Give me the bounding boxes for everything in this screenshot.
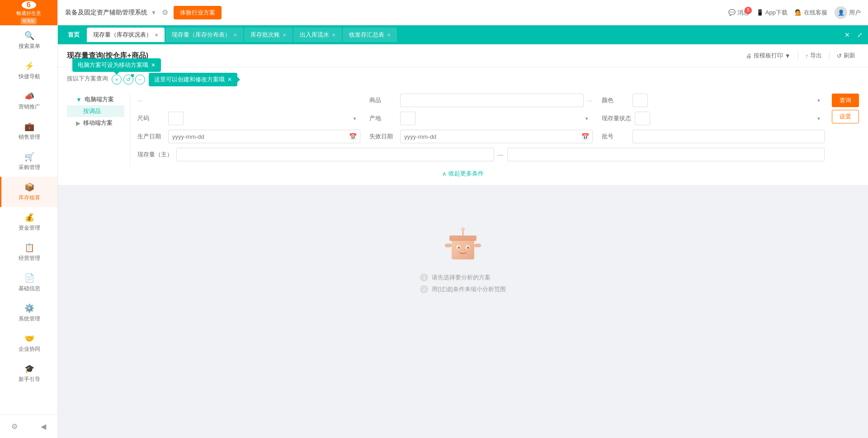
sidebar-item-search[interactable]: 🔍 搜索菜单 [0, 25, 57, 56]
support-label: 在线客服 [804, 9, 827, 17]
sidebar-footer: ⚙ ◀ [0, 414, 57, 438]
reset-button[interactable]: 设置 [832, 110, 859, 123]
desktop-scheme-label: 电脑端方案 [85, 95, 114, 104]
user-btn[interactable]: 👤 用户 [835, 6, 861, 19]
tab-inventory-status-label: 现存量（库存状况表） [93, 31, 152, 39]
size-select-wrap [168, 112, 360, 125]
logo-badge: 标准版 [21, 18, 37, 24]
batch-no-input[interactable] [632, 130, 825, 143]
message-btn[interactable]: 💬 8 消息 [728, 9, 749, 17]
sidebar-item-enterprise[interactable]: 🤝 企业协同 [0, 328, 57, 358]
app-download-btn[interactable]: 📱 App下载 [756, 9, 788, 17]
desktop-scheme-item-1[interactable]: 按调品 [67, 105, 124, 117]
tab-collect-close[interactable]: ✕ [387, 33, 391, 38]
sidebar-logo: 6 畅通好生意 标准版 [0, 0, 57, 25]
refresh-dot [131, 74, 134, 77]
tooltip-edit: 这里可以创建和修改方案哦 ✕ [149, 73, 237, 86]
tab-expand-icon[interactable]: ⤢ [855, 30, 864, 39]
tab-home[interactable]: 首页 [61, 28, 86, 42]
stock-main-to[interactable] [507, 148, 825, 161]
empty-steps: 1 请先选择要分析的方案 2 用[过滤]条件来缩小分析范围 [420, 272, 505, 295]
tooltip-edit-close[interactable]: ✕ [227, 76, 232, 83]
tab-close-all-icon[interactable]: ✕ [843, 30, 852, 39]
guide-icon: 🎓 [24, 364, 34, 374]
tab-inventory-dist-close[interactable]: ✕ [233, 33, 237, 38]
goods-input[interactable] [400, 94, 584, 107]
svg-rect-8 [445, 244, 452, 247]
tooltip-desktop-close[interactable]: ✕ [151, 62, 156, 68]
print-template-btn[interactable]: 🖨 按模板打印 ▼ [742, 50, 794, 61]
sidebar-item-marketing[interactable]: 📣 营销推广 [0, 86, 57, 116]
sidebar-item-sales[interactable]: 💼 销售管理 [0, 116, 57, 146]
message-badge: 8 [745, 7, 752, 14]
sidebar-item-operations[interactable]: 📋 经营管理 [0, 237, 57, 268]
back-scheme-container: ← 这里可以创建和修改方案哦 ✕ [135, 75, 145, 85]
stock-main-from[interactable] [176, 148, 494, 161]
more-dots-icon-2[interactable]: ··· [587, 97, 593, 104]
header-right: 💬 8 消息 📱 App下载 💁 在线客服 👤 用户 [728, 6, 861, 19]
stock-status-select-wrap [635, 112, 825, 125]
filter-row-1: ··· 商品 ··· 颜色 [137, 94, 825, 107]
refresh-scheme-btn[interactable]: ↺ [123, 75, 133, 85]
export-btn[interactable]: ↑ 导出 [802, 50, 826, 61]
collapse-sidebar-icon[interactable]: ◀ [39, 420, 48, 433]
size-select[interactable] [168, 112, 184, 125]
tab-in-out[interactable]: 出入库流水 ✕ [293, 28, 342, 42]
sidebar-item-finance[interactable]: 💰 资金管理 [0, 207, 57, 237]
trial-button[interactable]: 体验行业方案 [174, 6, 222, 19]
empty-illustration [440, 221, 486, 266]
tab-collect[interactable]: 收发存汇总表 ✕ [343, 28, 397, 42]
svg-point-4 [458, 247, 460, 249]
search-icon: 🔍 [24, 31, 34, 41]
color-select[interactable] [632, 94, 648, 107]
sidebar-item-quick[interactable]: ⚡ 快捷导航 [0, 56, 57, 86]
step-2-text: 用[过滤]条件来缩小分析范围 [432, 283, 505, 295]
settings-footer-icon[interactable]: ⚙ [9, 420, 19, 433]
sidebar-item-basic[interactable]: 📄 基础信息 [0, 268, 57, 298]
tab-in-out-close[interactable]: ✕ [332, 33, 335, 38]
produce-date-input[interactable] [168, 130, 360, 143]
marketing-icon: 📣 [24, 91, 34, 101]
sidebar-item-inventory[interactable]: 📦 库存核算 [0, 177, 57, 207]
svg-rect-9 [474, 244, 481, 247]
more-dots-icon-1[interactable]: ··· [137, 97, 143, 104]
sidebar-item-system[interactable]: ⚙️ 系统管理 [0, 298, 57, 328]
tab-batch-close[interactable]: ✕ [283, 33, 286, 38]
message-icon: 💬 [728, 9, 736, 16]
tab-inventory-status-close[interactable]: ✕ [155, 33, 158, 38]
size-label: 尺码 [137, 114, 165, 122]
action-divider-2 [829, 52, 830, 59]
quick-icon: ⚡ [24, 61, 34, 71]
refresh-btn[interactable]: ↺ 刷新 [833, 50, 859, 61]
filter-header: 按以下方案查询 电脑方案可设为移动方案哦 ✕ ＋ [67, 75, 859, 88]
desktop-scheme-group[interactable]: ▼ 电脑端方案 [67, 94, 124, 105]
add-scheme-container: 电脑方案可设为移动方案哦 ✕ ＋ [112, 75, 122, 85]
mobile-scheme-group[interactable]: ▶ 移动端方案 [67, 117, 124, 129]
tab-inventory-dist[interactable]: 现存量（库存分布表） ✕ [165, 28, 243, 42]
tab-in-out-label: 出入库流水 [300, 31, 329, 39]
goods-label: 商品 [369, 96, 396, 104]
filter-row-4: 现存量（主） — [137, 148, 825, 161]
support-btn[interactable]: 💁 在线客服 [795, 9, 827, 17]
empty-state: 1 请先选择要分析的方案 2 用[过滤]条件来缩小分析范围 [58, 185, 868, 331]
stock-status-select[interactable] [635, 112, 650, 125]
tab-inventory-dist-label: 现存量（库存分布表） [172, 31, 231, 39]
origin-select[interactable] [400, 112, 415, 125]
tab-inventory-status[interactable]: 现存量（库存状况表） ✕ [87, 28, 165, 42]
tooltip-desktop-text: 电脑方案可设为移动方案哦 [78, 61, 148, 69]
back-scheme-btn[interactable]: ← [135, 75, 145, 85]
settings-icon-btn[interactable]: ⚙ [160, 6, 170, 19]
produce-date-label: 生产日期 [137, 132, 165, 141]
expire-date-input[interactable] [400, 130, 592, 143]
print-arrow-icon: ▼ [785, 52, 791, 59]
sidebar-item-guide[interactable]: 🎓 新手引导 [0, 358, 57, 389]
search-button[interactable]: 查询 [832, 94, 859, 107]
produce-date-cal-icon[interactable]: 📅 [349, 133, 357, 140]
tab-batch[interactable]: 库存批次账 ✕ [244, 28, 292, 42]
expire-date-cal-icon[interactable]: 📅 [581, 133, 589, 140]
top-header: 装备及固定资产辅助管理系统 ▼ ⚙ 体验行业方案 💬 8 消息 📱 App下载 … [58, 0, 868, 25]
sidebar-item-purchase[interactable]: 🛒 采购管理 [0, 146, 57, 177]
collapse-bar[interactable]: ∧ 收起更多条件 [67, 166, 859, 181]
sidebar-nav: 🔍 搜索菜单 ⚡ 快捷导航 📣 营销推广 💼 销售管理 🛒 采购管理 📦 库存核… [0, 25, 57, 414]
filter-area: 按以下方案查询 电脑方案可设为移动方案哦 ✕ ＋ [58, 67, 868, 185]
